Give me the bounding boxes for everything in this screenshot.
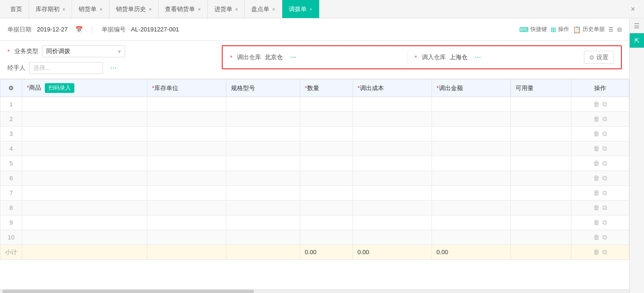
cell-spec[interactable] [226, 112, 300, 127]
delete-row-button[interactable]: 🗑 [593, 204, 600, 211]
cell-available[interactable] [510, 97, 571, 112]
cell-amount[interactable] [431, 186, 510, 201]
cell-amount[interactable] [431, 201, 510, 215]
cell-product[interactable] [22, 141, 147, 156]
tab-stocktake[interactable]: 盘点单× [245, 0, 282, 18]
history-button[interactable]: 📋 历史单据 [573, 25, 605, 33]
cell-product[interactable] [22, 112, 147, 127]
cell-spec[interactable] [226, 156, 300, 171]
cell-unit[interactable] [147, 97, 226, 112]
settings-button[interactable]: ⚙ 设置 [584, 51, 614, 64]
cell-product[interactable] [22, 201, 147, 215]
cell-amount[interactable] [431, 156, 510, 171]
sidebar-list-icon[interactable]: ☰ [630, 18, 644, 33]
cell-spec[interactable] [226, 186, 300, 201]
cell-qty[interactable] [300, 127, 352, 141]
cell-product[interactable] [22, 127, 147, 141]
cell-spec[interactable] [226, 215, 300, 230]
cell-unit[interactable] [147, 215, 226, 230]
cell-available[interactable] [510, 215, 571, 230]
copy-row-button[interactable]: ⧉ [602, 130, 607, 137]
cell-spec[interactable] [226, 245, 300, 260]
cell-qty[interactable] [300, 97, 352, 112]
tab-close-view-sales[interactable]: × [198, 6, 200, 12]
cell-spec[interactable] [226, 97, 300, 112]
delete-row-button[interactable]: 🗑 [593, 233, 600, 241]
transfer-in-more-button[interactable]: ··· [475, 53, 481, 61]
delete-row-button[interactable]: 🗑 [593, 115, 600, 122]
cell-spec[interactable] [226, 141, 300, 156]
copy-row-button[interactable]: ⧉ [602, 233, 607, 241]
cell-product[interactable] [22, 97, 147, 112]
cell-unit[interactable] [147, 230, 226, 245]
handler-more-button[interactable]: ··· [110, 64, 116, 72]
delete-row-button[interactable]: 🗑 [593, 219, 600, 226]
tab-sales-order[interactable]: 销货单× [72, 0, 109, 18]
close-all-tabs-button[interactable]: × [626, 2, 640, 17]
scan-button[interactable]: 扫码录入 [45, 83, 74, 93]
cell-unit[interactable] [147, 245, 226, 260]
handler-select[interactable]: 选择... [29, 62, 103, 74]
cell-amount[interactable] [431, 230, 510, 245]
cell-available[interactable] [510, 141, 571, 156]
tab-close-transfer[interactable]: × [310, 6, 312, 12]
cell-product[interactable] [22, 215, 147, 230]
cell-available[interactable] [510, 171, 571, 186]
tab-close-sales-order[interactable]: × [99, 6, 102, 12]
copy-row-button[interactable]: ⧉ [602, 115, 607, 122]
cell-available[interactable] [510, 156, 571, 171]
cell-cost[interactable] [352, 141, 431, 156]
cell-cost[interactable] [352, 230, 431, 245]
cell-spec[interactable] [226, 171, 300, 186]
copy-row-button[interactable]: ⧉ [602, 159, 607, 167]
cell-unit[interactable] [147, 141, 226, 156]
delete-row-button[interactable]: 🗑 [593, 174, 600, 182]
tab-close-inventory-init[interactable]: × [62, 6, 65, 12]
shortcuts-button[interactable]: ⌨ 快捷键 [519, 25, 547, 33]
cell-available[interactable] [510, 112, 571, 127]
cell-cost[interactable]: 0.00 [352, 245, 431, 260]
cell-product[interactable] [22, 186, 147, 201]
delete-row-button[interactable]: 🗑 [593, 100, 600, 108]
cell-cost[interactable] [352, 156, 431, 171]
cell-unit[interactable] [147, 156, 226, 171]
cell-product[interactable] [22, 245, 147, 260]
cell-unit[interactable] [147, 186, 226, 201]
cell-cost[interactable] [352, 127, 431, 141]
sidebar-expand-icon[interactable]: ⇱ [630, 33, 644, 48]
copy-row-button[interactable]: ⧉ [602, 219, 607, 226]
cell-unit[interactable] [147, 127, 226, 141]
transfer-out-more-button[interactable]: ··· [290, 53, 296, 61]
copy-row-button[interactable]: ⧉ [602, 204, 607, 211]
cell-amount[interactable] [431, 141, 510, 156]
delete-row-button[interactable]: 🗑 [593, 248, 600, 256]
cell-amount[interactable]: 0.00 [431, 245, 510, 260]
cell-cost[interactable] [352, 186, 431, 201]
cell-amount[interactable] [431, 215, 510, 230]
tab-close-stocktake[interactable]: × [272, 6, 275, 12]
business-type-select[interactable]: 同价调拨 ▾ [42, 45, 125, 57]
cell-available[interactable] [510, 230, 571, 245]
cell-cost[interactable] [352, 201, 431, 215]
cell-unit[interactable] [147, 171, 226, 186]
horizontal-scrollbar[interactable] [0, 289, 629, 293]
cell-available[interactable] [510, 186, 571, 201]
tab-view-sales[interactable]: 查看销货单× [158, 0, 207, 18]
cell-amount[interactable] [431, 171, 510, 186]
cell-qty[interactable] [300, 215, 352, 230]
cell-product[interactable] [22, 230, 147, 245]
cell-spec[interactable] [226, 230, 300, 245]
delete-row-button[interactable]: 🗑 [593, 189, 600, 196]
tab-sales-history[interactable]: 销货单历史× [109, 0, 158, 18]
copy-row-button[interactable]: ⧉ [602, 100, 607, 108]
cell-cost[interactable] [352, 97, 431, 112]
cell-amount[interactable] [431, 127, 510, 141]
calendar-icon[interactable]: 📅 [75, 26, 83, 33]
cell-product[interactable] [22, 171, 147, 186]
operations-button[interactable]: ⊞ 操作 [551, 25, 569, 33]
cell-cost[interactable] [352, 171, 431, 186]
cell-available[interactable] [510, 245, 571, 260]
tab-transfer[interactable]: 调拨单× [282, 0, 319, 18]
cell-unit[interactable] [147, 112, 226, 127]
layout-icon-grid[interactable]: ⊟ [617, 26, 622, 33]
